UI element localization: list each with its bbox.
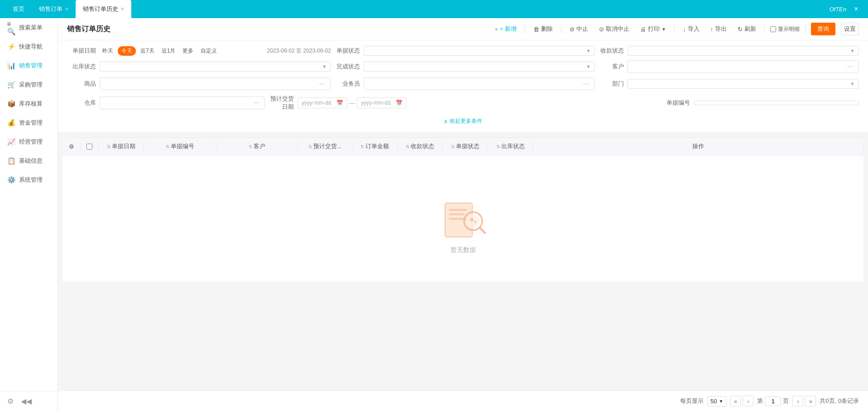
customer-dots-icon[interactable]: ··· — [845, 63, 855, 71]
new-button[interactable]: + + 新增 — [492, 23, 519, 35]
query-button[interactable]: 查询 — [811, 23, 835, 35]
dept-arrow-icon: ▼ — [850, 81, 855, 87]
sidebar-item-quick-nav-label: 快捷导航 — [19, 43, 43, 51]
sidebar: ≡🔍 搜索菜单 ⚡ 快捷导航 📊 销售管理 🛒 采购管理 📦 库存核算 💰 资金… — [0, 18, 58, 411]
th-pay-status[interactable]: ⇅ 收款状态 — [398, 142, 443, 150]
salesperson-dots-icon[interactable]: ··· — [581, 80, 591, 88]
warehouse-input[interactable]: ··· — [100, 97, 265, 109]
doc-status-label: 单据状态 — [331, 47, 364, 55]
sidebar-settings-icon[interactable]: ⚙ — [7, 397, 14, 406]
customer-input[interactable]: ··· — [628, 60, 859, 73]
sidebar-item-purchase-mgmt[interactable]: 🛒 采购管理 — [0, 75, 58, 94]
stop-button[interactable]: ⊘ 中止 — [567, 23, 591, 35]
collapse-row[interactable]: ∧ 收起更多条件 — [67, 116, 859, 127]
last-page-btn[interactable]: » — [805, 396, 816, 406]
show-detail-checkbox-label[interactable]: 显示明细 — [770, 25, 800, 33]
stock-out-status-select[interactable]: ▼ — [100, 62, 331, 72]
th-action: 操作 — [533, 142, 863, 150]
sidebar-item-sales-mgmt[interactable]: 📊 销售管理 — [0, 56, 58, 75]
sidebar-item-search-menu[interactable]: ≡🔍 搜索菜单 — [0, 18, 58, 37]
th-delivery[interactable]: ⇅ 预计交货... — [298, 142, 352, 150]
sort-icon-amount: ⇅ — [360, 144, 364, 149]
goods-dots-icon[interactable]: ··· — [317, 80, 327, 88]
delivery-to-calendar-icon: 📅 — [396, 100, 403, 106]
dept-label: 部门 — [595, 80, 628, 88]
doc-num-input[interactable] — [694, 101, 859, 105]
sidebar-item-basic-info[interactable]: 📋 基础信息 — [0, 151, 58, 170]
filter-date: 单据日期 昨天 今天 近7天 近1月 更多 自定义 2023-06-02 至 2… — [67, 46, 331, 56]
divider-2 — [561, 25, 561, 33]
settings-button[interactable]: 设置 — [841, 23, 859, 35]
th-checkbox[interactable] — [81, 144, 99, 150]
receipt-status-select[interactable]: ▼ — [628, 46, 859, 56]
page-number-input[interactable] — [765, 396, 781, 406]
import-button[interactable]: ↓ 导入 — [680, 23, 702, 35]
export-button[interactable]: ↑ 导出 — [708, 23, 730, 35]
th-num[interactable]: ⇅ 单据编号 — [144, 142, 216, 150]
first-page-btn[interactable]: « — [730, 396, 741, 406]
table-wrapper: ⚙ ⇅ 单据日期 ⇅ 单据编号 ⇅ 客户 — [62, 137, 863, 281]
salesperson-input[interactable]: ··· — [364, 77, 595, 90]
sidebar-item-capital-mgmt[interactable]: 💰 资金管理 — [0, 113, 58, 132]
stop-icon: ⊘ — [570, 26, 575, 33]
delete-button[interactable]: 🗑 删除 — [531, 23, 556, 35]
sidebar-item-system-mgmt[interactable]: ⚙️ 系统管理 — [0, 170, 58, 189]
doc-status-select[interactable]: ▼ — [364, 46, 595, 56]
divider-3 — [674, 25, 675, 33]
next-page-btn[interactable]: › — [792, 396, 803, 406]
date-btn-custom[interactable]: 自定义 — [198, 46, 220, 56]
date-btn-yesterday[interactable]: 昨天 — [100, 46, 116, 56]
date-btn-1month[interactable]: 近1月 — [159, 46, 178, 56]
page-label-before: 第 — [757, 397, 763, 405]
date-btn-today[interactable]: 今天 — [118, 46, 136, 56]
tab-sales-order-history-close[interactable]: × — [121, 6, 124, 12]
divider-4 — [764, 25, 765, 33]
th-date[interactable]: ⇅ 单据日期 — [99, 142, 144, 150]
brand-label: OfTEn — [829, 6, 846, 13]
page-header: 销售订单历史 + + 新增 🗑 删除 ⊘ 中止 ⊙ 取消中止 — [58, 18, 868, 40]
filter-delivery: 预计交货日期 yyyy-mm-dd 📅 — yyyy-mm-dd 📅 — [265, 95, 661, 111]
filter-doc-num: 单据编号 — [661, 99, 859, 107]
sidebar-item-operations-mgmt-label: 经营管理 — [19, 138, 43, 146]
window-close-btn[interactable]: × — [850, 3, 863, 15]
prev-page-btn[interactable]: ‹ — [743, 396, 753, 406]
sidebar-item-basic-info-label: 基础信息 — [19, 157, 43, 165]
th-customer[interactable]: ⇅ 客户 — [216, 142, 298, 150]
per-page-select[interactable]: 50 ▼ — [707, 396, 726, 406]
capital-mgmt-icon: 💰 — [7, 119, 15, 127]
topbar-right: OfTEn × — [829, 3, 863, 15]
tab-sales-order-history[interactable]: 销售订单历史 × — [76, 0, 131, 18]
sidebar-collapse-icon[interactable]: ◀◀ — [21, 397, 32, 406]
select-all-checkbox[interactable] — [86, 144, 92, 150]
dept-select[interactable]: ▼ — [628, 79, 859, 89]
table-header: ⚙ ⇅ 单据日期 ⇅ 单据编号 ⇅ 客户 — [62, 137, 863, 155]
delivery-from-input[interactable]: yyyy-mm-dd 📅 — [297, 97, 347, 108]
sidebar-item-quick-nav[interactable]: ⚡ 快捷导航 — [0, 37, 58, 56]
date-btn-more[interactable]: 更多 — [180, 46, 196, 56]
refresh-button[interactable]: ↻ 刷新 — [735, 23, 759, 35]
print-button[interactable]: 🖨 打印 ▼ — [638, 23, 669, 35]
delivery-to-input[interactable]: yyyy-mm-dd 📅 — [357, 97, 407, 108]
complete-status-select[interactable]: ▼ — [364, 62, 595, 72]
page-nav-right: › » — [792, 396, 816, 406]
sidebar-item-inventory[interactable]: 📦 库存核算 — [0, 94, 58, 113]
th-doc-status[interactable]: ⇅ 单据状态 — [443, 142, 488, 150]
sidebar-item-operations-mgmt[interactable]: 📈 经营管理 — [0, 132, 58, 151]
date-btn-7days[interactable]: 近7天 — [138, 46, 157, 56]
tab-sales-order[interactable]: 销售订单 × — [32, 0, 76, 18]
goods-input[interactable]: ··· — [100, 77, 331, 90]
th-settings[interactable]: ⚙ — [62, 143, 81, 150]
sidebar-item-inventory-label: 库存核算 — [19, 100, 43, 108]
th-stock-status[interactable]: ⇅ 出库状态 — [488, 142, 533, 150]
th-amount[interactable]: ⇅ 订单金额 — [352, 142, 398, 150]
sort-icon-doc-status: ⇅ — [451, 144, 455, 149]
delivery-from-value: yyyy-mm-dd — [302, 100, 331, 106]
receipt-status-label: 收款状态 — [595, 47, 628, 55]
tab-home[interactable]: 首页 — [5, 0, 32, 18]
divider-1 — [525, 25, 525, 33]
show-detail-checkbox[interactable] — [770, 26, 776, 32]
cancel-stop-button[interactable]: ⊙ 取消中止 — [596, 23, 632, 35]
warehouse-dots-icon[interactable]: ··· — [251, 99, 261, 107]
tab-sales-order-close[interactable]: × — [65, 6, 68, 12]
filter-customer: 客户 ··· — [595, 60, 859, 73]
